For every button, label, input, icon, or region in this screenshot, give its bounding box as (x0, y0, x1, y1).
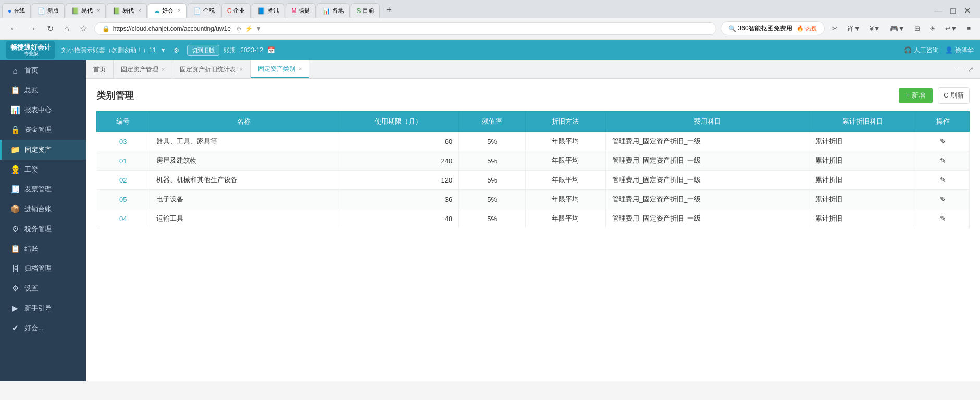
menu-icon[interactable]: ≡ (963, 23, 974, 34)
dropdown-icon[interactable]: ▼ (256, 25, 262, 32)
table-row: 05 电子设备 36 5% 年限平均 管理费用_固定资产折旧_一级 累计折旧 ✎ (97, 190, 970, 209)
sidebar-item-settlement[interactable]: 📋 结账 (0, 239, 86, 259)
main-area: 首页 固定资产管理 × 固定资产折旧统计表 × 固定资产类别 × — ⤢ (86, 60, 980, 381)
cell-name: 器具、工具、家具等 (150, 132, 338, 151)
sidebar-item-archive[interactable]: 🗄 归档管理 (0, 259, 86, 278)
edit-button[interactable]: ✎ (916, 190, 970, 209)
undo-icon[interactable]: ↩▼ (942, 23, 961, 34)
close-icon[interactable]: × (178, 8, 181, 14)
close-icon[interactable]: × (138, 8, 141, 14)
sidebar-item-label: 好会... (24, 323, 44, 333)
browser-tab-tengxun[interactable]: 📘 腾讯 (252, 3, 284, 18)
app-tab-category[interactable]: 固定资产类别 × (251, 60, 309, 78)
browser-tab-new[interactable]: 📄 新版 (32, 3, 65, 18)
home-button[interactable]: ⌂ (61, 22, 72, 35)
sidebar-item-more[interactable]: ✔ 好会... (0, 318, 86, 338)
sidebar-item-general-ledger[interactable]: 📋 总账 (0, 80, 86, 100)
cell-code[interactable]: 01 (97, 151, 150, 171)
site-settings-icon[interactable]: ⚙ (236, 25, 242, 32)
browser-tab-online[interactable]: ● 在线 (2, 3, 31, 18)
app-tab-home[interactable]: 首页 (86, 60, 114, 78)
sidebar-item-settings[interactable]: ⚙ 设置 (0, 278, 86, 298)
sidebar-item-payroll[interactable]: 👷 工资 (0, 160, 86, 179)
cell-expense: 管理费用_固定资产折旧_一级 (605, 132, 809, 151)
sidebar-item-tax[interactable]: ⚙ 税务管理 (0, 219, 86, 239)
cell-code[interactable]: 03 (97, 132, 150, 151)
browser-tab-yidai1[interactable]: 📗 易代 × (66, 3, 106, 18)
ledger-icon: 📋 (10, 86, 20, 95)
sidebar-item-fixed-assets[interactable]: 📁 固定资产 (0, 140, 86, 160)
close-icon[interactable]: × (299, 66, 302, 72)
star-button[interactable]: ☆ (77, 21, 90, 35)
expand-icon[interactable]: ⤢ (967, 65, 974, 74)
cell-accumulated: 累计折旧 (809, 190, 916, 209)
refresh-button[interactable]: C 刷新 (938, 87, 970, 104)
cell-period: 36 (338, 190, 459, 209)
browser-tab-geshui[interactable]: 📄 个税 (188, 3, 220, 18)
new-tab-button[interactable]: + (383, 3, 395, 18)
browser-tab-gedi[interactable]: 📊 各地 (317, 3, 350, 18)
cell-method: 年限平均 (526, 190, 606, 209)
address-bar[interactable]: 🔒 https://cloud.chanjet.com/accounting/u… (94, 22, 716, 35)
minimize-button[interactable]: — (931, 4, 945, 18)
cut-icon[interactable]: ✂ (829, 23, 841, 34)
back-button[interactable]: ← (6, 22, 21, 35)
brightness-icon[interactable]: ☀ (926, 23, 939, 34)
sidebar-item-label: 总账 (24, 86, 38, 95)
close-icon[interactable]: × (162, 66, 165, 72)
sidebar-item-home[interactable]: ⌂ 首页 (0, 60, 86, 80)
browser-tab-changti[interactable]: M 畅提 (286, 3, 316, 18)
browser-tab-label: 易代 (122, 7, 134, 15)
table-row: 03 器具、工具、家具等 60 5% 年限平均 管理费用_固定资产折旧_一级 累… (97, 132, 970, 151)
browser-tab-yidai2[interactable]: 📗 易代 × (107, 3, 147, 18)
app-tab-depreciation-table[interactable]: 固定资产折旧统计表 × (172, 60, 250, 78)
cell-code[interactable]: 05 (97, 190, 150, 209)
tab-label: 固定资产类别 (258, 65, 295, 74)
service-btn[interactable]: 🎧 人工咨询 (904, 46, 939, 55)
switch-version-btn[interactable]: 切到旧版 (187, 45, 219, 56)
browser-tab-haohuiji[interactable]: ☁ 好会 × (148, 3, 187, 18)
edit-button[interactable]: ✎ (916, 171, 970, 190)
edit-button[interactable]: ✎ (916, 209, 970, 228)
forward-button[interactable]: → (25, 22, 40, 35)
calendar-icon[interactable]: 📅 (267, 46, 275, 54)
close-icon[interactable]: × (239, 66, 242, 72)
browser-tab-muqian[interactable]: S 目前 (351, 3, 380, 18)
search-bar[interactable]: 🔍 360智能抠图免费用 🔥 热搜 (721, 21, 825, 35)
browser-tab-label: 企业 (233, 7, 245, 15)
browser-nav-bar: ← → ↻ ⌂ ☆ 🔒 https://cloud.chanjet.com/ac… (0, 18, 980, 40)
edit-button[interactable]: ✎ (916, 132, 970, 151)
refresh-button[interactable]: ↻ (44, 21, 57, 35)
close-window-button[interactable]: ✕ (961, 4, 974, 18)
cell-method: 年限平均 (526, 171, 606, 190)
sidebar-item-fund[interactable]: 🔒 资金管理 (0, 120, 86, 140)
cell-code[interactable]: 04 (97, 209, 150, 228)
app-tab-fixed-assets-mgmt[interactable]: 固定资产管理 × (114, 60, 172, 78)
close-icon[interactable]: × (97, 8, 100, 14)
toolbar-icons: ✂ 译▼ ¥▼ 🎮▼ ⊞ ☀ ↩▼ ≡ (829, 22, 974, 35)
sidebar-item-invoice[interactable]: 🧾 发票管理 (0, 179, 86, 199)
browser-tab-qiye[interactable]: C 企业 (221, 3, 251, 18)
sidebar-item-reports[interactable]: 📊 报表中心 (0, 100, 86, 120)
sidebar-item-guide[interactable]: ▶ 新手引导 (0, 298, 86, 318)
edit-button[interactable]: ✎ (916, 151, 970, 171)
browser-tab-label: 各地 (332, 7, 344, 15)
resize-controls: — ⤢ (956, 65, 980, 74)
add-button[interactable]: + 新增 (899, 88, 933, 103)
settings-icon[interactable]: ⚙ (170, 44, 183, 56)
translate-icon[interactable]: 译▼ (844, 22, 864, 35)
table-row: 01 房屋及建筑物 240 5% 年限平均 管理费用_固定资产折旧_一级 累计折… (97, 151, 970, 171)
sidebar-item-inventory[interactable]: 📦 进销台账 (0, 199, 86, 219)
expand-icon[interactable]: ⚡ (245, 25, 253, 32)
account-arrow[interactable]: ▼ (160, 46, 166, 54)
top-bar-info: 刘小艳演示账套（勿删勿动！）11 ▼ ⚙ 切到旧版 账期 2023-12 📅 (61, 44, 275, 56)
cell-residual: 5% (459, 190, 526, 209)
search-text: 360智能抠图免费用 (738, 24, 792, 33)
cell-code[interactable]: 02 (97, 171, 150, 190)
grid-icon[interactable]: ⊞ (911, 23, 923, 34)
user-btn[interactable]: 👤 徐泽华 (945, 46, 974, 55)
maximize-button[interactable]: □ (947, 4, 959, 18)
game-icon[interactable]: 🎮▼ (887, 23, 908, 34)
collapse-icon[interactable]: — (956, 65, 963, 74)
currency-icon[interactable]: ¥▼ (867, 23, 884, 34)
